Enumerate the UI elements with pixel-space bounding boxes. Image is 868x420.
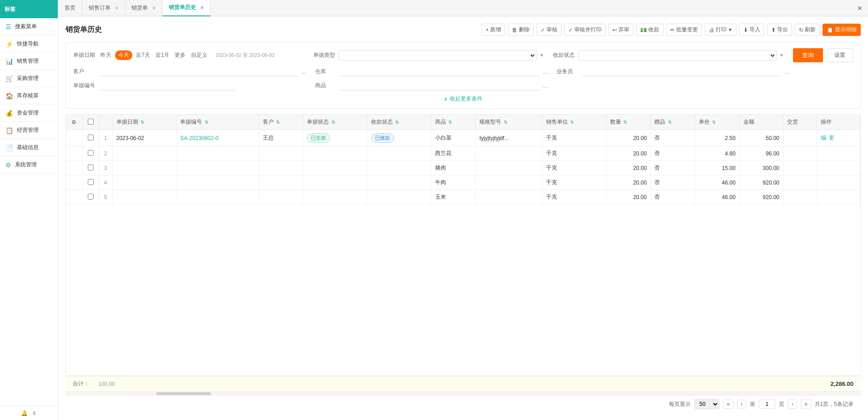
tab-sales-goods[interactable]: 销货单 × <box>125 0 162 16</box>
setting-button[interactable]: 设置 <box>827 48 853 62</box>
tab-bar-close[interactable]: ✕ <box>852 5 868 12</box>
tab-sales-history-close[interactable]: × <box>201 5 204 11</box>
audit-print-button[interactable]: ✓ 审核并打印 <box>564 24 606 36</box>
customer-input[interactable] <box>99 67 299 76</box>
sort-doc-no-icon: ⇅ <box>205 120 208 125</box>
last-page-button[interactable]: » <box>801 400 811 409</box>
collect-status-label: 收款状态 <box>553 51 576 59</box>
add-button[interactable]: + 新增 <box>482 24 505 36</box>
tab-home[interactable]: 首页 <box>58 0 82 16</box>
td-transaction <box>783 161 817 175</box>
staff-input[interactable] <box>582 67 782 76</box>
audit-print-label: 审核并打印 <box>574 26 602 34</box>
td-doc-no[interactable] <box>176 161 259 175</box>
filter-doc-type: 单据类型 ▼ <box>313 50 544 61</box>
abandon-button[interactable]: ↩ 弃审 <box>608 24 633 36</box>
tab-sales-order[interactable]: 销售订单 × <box>82 0 125 16</box>
th-doc-status[interactable]: 单据状态 ⇅ <box>303 115 367 130</box>
th-customer[interactable]: 客户 ⇅ <box>259 115 303 130</box>
next-page-button[interactable]: › <box>788 400 797 409</box>
row-checkbox[interactable] <box>88 194 94 200</box>
sidebar-item-sys-mgmt[interactable]: ⚙ 系统管理 <box>0 156 58 174</box>
sidebar-item-quick-nav[interactable]: ⚡ 快捷导航 <box>0 35 58 53</box>
row-checkbox[interactable] <box>88 150 94 156</box>
row-checkbox[interactable] <box>88 179 94 185</box>
td-checkbox[interactable] <box>82 130 99 146</box>
th-doc-date[interactable]: 单据日期 ⇅ <box>112 115 176 130</box>
tab-sales-history[interactable]: 销货单历史 × <box>162 0 211 16</box>
row-checkbox[interactable] <box>88 135 94 140</box>
sidebar-item-purchase-mgmt[interactable]: 🛒 采购管理 <box>0 70 58 87</box>
edit-action[interactable]: 编 <box>821 135 826 141</box>
th-goods[interactable]: 商品 ⇅ <box>431 115 476 130</box>
doc-no-input[interactable] <box>99 81 235 90</box>
th-checkbox[interactable] <box>82 115 99 130</box>
export-button[interactable]: ⬆ 导出 <box>767 24 792 36</box>
th-qty[interactable]: 数量 ⇅ <box>606 115 651 130</box>
shortcut-custom[interactable]: 自定义 <box>189 50 209 60</box>
th-unit-price[interactable]: 单价 ⇅ <box>695 115 740 130</box>
row-checkbox[interactable] <box>88 165 94 170</box>
sidebar-item-label: 搜索菜单 <box>15 23 37 30</box>
td-checkbox[interactable] <box>82 190 99 205</box>
td-gift: 否 <box>651 146 695 161</box>
td-checkbox[interactable] <box>82 161 99 175</box>
goods-ellipsis[interactable]: ... <box>543 83 547 89</box>
warehouse-input[interactable] <box>341 67 541 76</box>
shortcut-today[interactable]: 今天 <box>115 50 132 60</box>
sidebar-item-finance[interactable]: 💰 资金管理 <box>0 105 58 122</box>
page-size-select[interactable]: 50 100 200 <box>694 399 719 409</box>
footer-label: 合计： <box>73 380 89 388</box>
first-page-button[interactable]: « <box>723 400 733 409</box>
prev-page-button[interactable]: ‹ <box>737 400 746 409</box>
query-button[interactable]: 查询 <box>793 48 823 62</box>
show-detail-button[interactable]: 📋 显示明细 <box>823 24 861 36</box>
page-number-input[interactable]: 1 <box>759 400 775 409</box>
td-checkbox[interactable] <box>82 146 99 161</box>
select-all-checkbox[interactable] <box>88 119 94 125</box>
td-checkbox[interactable] <box>82 175 99 190</box>
batch-change-button[interactable]: ✏ 批量变更 <box>666 24 702 36</box>
collect-button[interactable]: 💵 收款 <box>636 24 663 36</box>
sidebar-item-search-menu[interactable]: ☰ 搜索菜单 <box>0 18 58 35</box>
warehouse-ellipsis[interactable]: ... <box>543 69 547 75</box>
th-settings[interactable]: ⚙ <box>66 115 82 130</box>
sidebar-item-sales-mgmt[interactable]: 📊 销售管理 <box>0 53 58 70</box>
refresh-button[interactable]: ↻ 刷新 <box>795 24 820 36</box>
shortcut-yesterday[interactable]: 昨天 <box>99 50 113 60</box>
print-button[interactable]: 🖨 打印 ▼ <box>705 24 737 36</box>
td-doc-status <box>303 146 367 161</box>
sidebar-bottom-icon1[interactable]: 🔔 <box>21 410 28 416</box>
th-gift[interactable]: 赠品 ⇅ <box>651 115 695 130</box>
goods-input[interactable] <box>341 81 541 90</box>
tab-sales-order-close[interactable]: × <box>115 5 118 11</box>
th-collect-status[interactable]: 收款状态 ⇅ <box>367 115 431 130</box>
sidebar-item-basic-info[interactable]: 📄 基础信息 <box>0 139 58 156</box>
th-unit[interactable]: 销售单位 ⇅ <box>542 115 607 130</box>
import-button[interactable]: ⬇ 导入 <box>739 24 764 36</box>
more-action[interactable]: 更 <box>829 135 834 141</box>
td-settings <box>66 175 82 190</box>
collect-status-select[interactable] <box>578 50 777 61</box>
td-doc-no[interactable]: SA-20230602-0 <box>176 130 259 146</box>
td-actions: 编更 <box>817 130 860 146</box>
customer-ellipsis[interactable]: ... <box>301 69 306 75</box>
td-doc-no[interactable] <box>176 190 259 205</box>
collapse-button[interactable]: ∧ 收起更多条件 <box>444 95 482 103</box>
sidebar-bottom-icon2[interactable]: ⏸ <box>31 410 37 416</box>
tab-sales-goods-close[interactable]: × <box>152 5 156 11</box>
td-doc-no[interactable] <box>176 175 259 190</box>
delete-button[interactable]: 🗑 删除 <box>508 24 534 36</box>
th-spec[interactable]: 规格型号 ⇅ <box>476 115 542 130</box>
sidebar-item-inventory[interactable]: 🏠 库存核算 <box>0 87 58 105</box>
th-doc-no[interactable]: 单据编号 ⇅ <box>176 115 259 130</box>
shortcut-7days[interactable]: 近7天 <box>134 50 152 60</box>
sidebar-item-operations[interactable]: 📋 经营管理 <box>0 122 58 139</box>
doc-type-select[interactable] <box>339 50 537 61</box>
staff-ellipsis[interactable]: ... <box>785 69 789 75</box>
shortcut-more[interactable]: 更多 <box>173 50 187 60</box>
shortcut-1month[interactable]: 近1月 <box>154 50 171 60</box>
td-doc-no[interactable] <box>176 146 259 161</box>
audit-button[interactable]: ✓ 审核 <box>537 24 562 36</box>
basic-info-icon: 📄 <box>5 144 13 151</box>
